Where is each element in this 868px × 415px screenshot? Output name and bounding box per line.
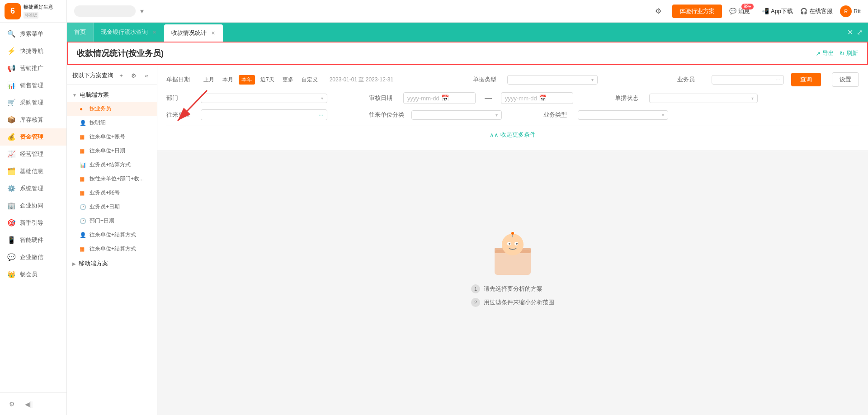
export-btn[interactable]: ↗ 导出 <box>816 49 834 57</box>
sidebar-item-basic-info[interactable]: 🗂️ 基础信息 <box>0 163 66 180</box>
wechat-icon: 💬 <box>7 253 15 261</box>
scheme-item-partner-account[interactable]: ▦ 往来单位+账号 <box>67 130 157 144</box>
scheme-item-partner-date[interactable]: ▦ 往来单位+日期 <box>67 144 157 158</box>
query-btn[interactable]: 查询 <box>791 73 821 86</box>
user-info[interactable]: R Rit <box>840 5 861 17</box>
breadcrumb-dropdown[interactable]: ▾ <box>140 7 144 15</box>
more-date-btn[interactable]: 更多 <box>280 75 296 85</box>
header-gear-btn[interactable]: ⚙ <box>651 5 665 18</box>
message-area[interactable]: 💬 消息 99+ <box>729 7 750 15</box>
sidebar-item-operation[interactable]: 📈 经营管理 <box>0 146 66 163</box>
window-close-btn[interactable]: ✕ <box>847 28 853 37</box>
sidebar-item-marketing[interactable]: 📢 营销推广 <box>0 60 66 77</box>
sidebar-item-quick-nav[interactable]: ⚡ 快捷导航 <box>0 42 66 60</box>
scheme-icon: ▦ <box>80 134 87 140</box>
sidebar-item-smart-hw[interactable]: 📱 智能硬件 <box>0 231 66 249</box>
tree-group-mobile-header[interactable]: ▶ 移动端方案 <box>67 257 157 270</box>
sidebar-item-sales[interactable]: 📊 销售管理 <box>0 77 66 94</box>
last-month-btn[interactable]: 上月 <box>201 75 217 85</box>
sidebar-settings-btn[interactable]: ⚙ <box>5 398 18 410</box>
scheme-item-by-salesperson[interactable]: ● 按业务员 <box>67 102 157 116</box>
scheme-icon-person: ● <box>80 106 87 112</box>
empty-state: 1 请先选择要分析的方案 2 用过滤条件来缩小分析范围 <box>157 151 868 415</box>
scheme-item-partner-dept-collect[interactable]: ▦ 按往来单位+部门+收... <box>67 172 157 186</box>
sidebar-item-member[interactable]: 👑 畅会员 <box>0 266 66 283</box>
scheme-label: 业务员+日期 <box>90 203 120 211</box>
window-maximize-btn[interactable]: ⤢ <box>857 28 863 37</box>
review-date-end[interactable]: yyyy-mm-dd 📅 <box>501 92 573 104</box>
sidebar-item-guide[interactable]: 🎯 新手引导 <box>0 214 66 231</box>
tab-receipt-stats-close[interactable]: ✕ <box>211 30 215 36</box>
salesperson-select[interactable]: ··· <box>712 75 784 85</box>
last-7-btn[interactable]: 近7天 <box>258 75 277 85</box>
tree-toggle-desktop: ▼ <box>72 93 77 98</box>
filter-settings-btn[interactable]: 设置 <box>832 72 859 87</box>
calendar-end-icon[interactable]: 📅 <box>539 94 547 102</box>
tab-receipt-stats[interactable]: 收款情况统计 ✕ <box>164 24 223 42</box>
custom-date-btn[interactable]: 自定义 <box>299 75 321 85</box>
scheme-item-by-detail[interactable]: 👤 按明细 <box>67 116 157 130</box>
sidebar-item-enterprise[interactable]: 🏢 企业协同 <box>0 197 66 214</box>
scheme-icon: 👤 <box>80 120 87 126</box>
voucher-status-select[interactable]: ▾ <box>649 94 758 103</box>
business-type-select[interactable]: ▾ <box>578 110 668 120</box>
scheme-item-dept-date[interactable]: 🕐 部门+日期 <box>67 214 157 228</box>
salesperson-chevron: ··· <box>776 77 780 82</box>
sidebar-item-label: 基础信息 <box>20 167 43 175</box>
sidebar-item-wechat[interactable]: 💬 企业微信 <box>0 249 66 266</box>
app-download-btn[interactable]: 📲 App下载 <box>762 7 793 15</box>
sidebar-item-purchase[interactable]: 🛒 采购管理 <box>0 94 66 111</box>
tab-bank-flow[interactable]: 现金银行流水查询 ✕ <box>94 23 164 42</box>
scheme-item-sales-settlement[interactable]: 📊 业务员+结算方式 <box>67 158 157 172</box>
sidebar-item-label: 销售管理 <box>20 81 43 90</box>
online-service-btn[interactable]: 🎧 在线客服 <box>800 7 833 15</box>
page-title-bar: 收款情况统计(按业务员) ↗ 导出 ↻ 刷新 <box>67 42 868 65</box>
title-actions: ↗ 导出 ↻ 刷新 <box>816 49 858 57</box>
refresh-btn[interactable]: ↻ 刷新 <box>840 49 858 57</box>
voucher-type-select[interactable]: ▾ <box>507 75 598 85</box>
marketing-icon: 📢 <box>7 64 15 72</box>
scheme-item-sales-account[interactable]: ▦ 业务员+账号 <box>67 186 157 200</box>
sidebar-item-search-menu[interactable]: 🔍 搜索菜单 <box>0 25 66 42</box>
trial-btn[interactable]: 体验行业方案 <box>672 5 722 18</box>
partner-category-select[interactable]: ▾ <box>411 110 502 120</box>
sidebar-item-inventory[interactable]: 📦 库存核算 <box>0 111 66 128</box>
tab-home[interactable]: 首页 <box>67 23 94 42</box>
empty-illustration <box>486 232 540 277</box>
tab-bank-flow-close[interactable]: ✕ <box>152 29 156 35</box>
tree-group-desktop-label: 电脑端方案 <box>80 91 109 99</box>
tree-group-desktop-header[interactable]: ▼ 电脑端方案 <box>67 88 157 102</box>
tree-group-mobile-label: 移动端方案 <box>79 259 108 268</box>
logo-icon: 6 <box>5 3 21 19</box>
sidebar-item-label: 智能硬件 <box>20 236 43 244</box>
panel-collapse-btn[interactable]: « <box>142 71 151 80</box>
sidebar-item-system[interactable]: ⚙️ 系统管理 <box>0 180 66 197</box>
sidebar-collapse-btn[interactable]: ◀‖ <box>23 398 35 410</box>
sidebar-item-finance[interactable]: 💰 资金管理 <box>0 128 66 146</box>
partner-category-chevron: ▾ <box>495 113 498 118</box>
scheme-item-sales-date[interactable]: 🕐 业务员+日期 <box>67 200 157 214</box>
this-month-btn[interactable]: 本月 <box>220 75 236 85</box>
scheme-item-partner-settlement2[interactable]: ▦ 往来单位+结算方式 <box>67 242 157 256</box>
sidebar-footer: ⚙ ◀‖ <box>0 392 66 415</box>
tree-group-mobile: ▶ 移动端方案 <box>67 257 157 270</box>
collapse-more-btn[interactable]: ∧∧ 收起更多条件 <box>166 126 859 143</box>
dept-select[interactable]: ▾ <box>201 94 327 103</box>
review-date-start[interactable]: yyyy-mm-dd 📅 <box>403 92 476 104</box>
voucher-type-chevron: ▾ <box>591 77 594 82</box>
filter-row-3: 往来单位 ··· 往来单位分类 ▾ 业务类型 <box>166 109 859 120</box>
date-range-display: 2023-01-01 至 2023-12-31 <box>330 76 393 84</box>
scheme-item-partner-settlement1[interactable]: 👤 往来单位+结算方式 <box>67 228 157 242</box>
review-date-label: 审核日期 <box>369 94 396 102</box>
member-icon: 👑 <box>7 270 15 278</box>
add-scheme-btn[interactable]: + <box>116 71 126 80</box>
partner-select[interactable]: ··· <box>201 109 327 120</box>
calendar-start-icon[interactable]: 📅 <box>441 94 449 102</box>
date-label: 单据日期 <box>166 75 193 84</box>
partner-more-btn[interactable]: ··· <box>319 112 323 118</box>
scheme-icon: ▦ <box>80 176 87 182</box>
this-year-btn[interactable]: 本年 <box>239 75 255 85</box>
sidebar-nav: 🔍 搜索菜单 ⚡ 快捷导航 📢 营销推广 📊 销售管理 🛒 采购管理 📦 库存核… <box>0 23 66 392</box>
scheme-settings-btn[interactable]: ⚙ <box>129 71 139 80</box>
window-btns: ✕ ⤢ <box>842 23 868 42</box>
